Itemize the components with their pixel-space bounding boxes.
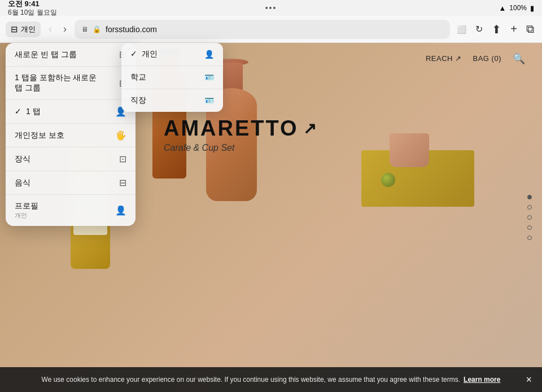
dot-1[interactable] [527,195,532,199]
decor-label: 장식 [15,154,30,164]
work-label: 직장 [130,95,146,106]
work-icon: 🪪 [204,96,214,105]
tab-menu-food[interactable]: 음식 ⊟ [6,171,136,195]
decor-icon: ⊡ [119,154,126,164]
profile-sub-label: 개인 [15,211,38,220]
submenu-school[interactable]: 학교 🪪 [121,66,223,89]
search-nav-icon[interactable]: 🔍 [513,53,525,65]
cup [390,133,429,167]
cookie-close-button[interactable]: × [526,374,532,386]
headline-subtitle: Carafe & Cup Set [164,143,318,153]
food-label: 음식 [15,178,30,188]
dots-nav [527,195,532,240]
tab-menu-decor[interactable]: 장식 ⊡ [6,147,136,171]
cup-body [390,133,429,167]
address-bar[interactable]: 🖥 🔒 forsstudio.com [75,20,450,39]
submenu-personal[interactable]: ✓ 개인 👤 [121,43,223,66]
tab-profile-label: 개인 [21,24,36,34]
cookie-text: We use cookies to enhance your experienc… [42,376,461,384]
status-bar: 오전 9:41 6월 10일 월요일 ••• ▲ 100% ▮ [0,0,542,16]
battery-icon: ▮ [530,4,534,12]
tabs-overview-button[interactable]: ⧉ [524,20,536,38]
status-dots: ••• [265,3,277,12]
dot-3[interactable] [527,215,532,220]
headline-arrow: ↗ [303,119,318,138]
cookie-banner: We use cookies to enhance your experienc… [0,367,542,392]
olive [381,173,395,187]
dot-2[interactable] [527,205,532,210]
profile-main-label: 프로필 [15,201,38,211]
school-icon: 🪪 [204,73,214,82]
back-button[interactable]: ‹ [45,21,55,37]
tab-menu-1-tab[interactable]: ✓ 1 탭 👤 [6,100,136,124]
bag-link[interactable]: BAG (0) [473,54,501,63]
new-empty-tab-label: 새로운 빈 탭 그룹 [15,50,77,60]
add-tab-button[interactable]: + [508,20,519,38]
tab-menu-new-empty[interactable]: 새로운 빈 탭 그룹 ⊞ [6,43,136,67]
tab-menu-new-with-tabs[interactable]: 1 탭을 포함하는 새로운탭 그룹 ⊟ [6,67,136,100]
new-with-tab-label: 1 탭을 포함하는 새로운탭 그룹 [15,73,97,93]
status-time: 오전 9:41 [8,0,57,8]
personal-icon: 👤 [204,50,214,59]
url-text: forsstudio.com [106,25,157,34]
reader-view-button[interactable]: ⬜ [454,23,469,36]
food-icon: ⊟ [119,177,126,188]
submenu-work[interactable]: 직장 🪪 [121,89,223,112]
browser-bar: ⊟ 개인 ‹ › 🖥 🔒 forsstudio.com ⬜ ↻ ⬆ + ⧉ [0,16,542,43]
status-date: 6월 10일 월요일 [8,8,57,16]
battery-percent: 100% [509,4,527,12]
tab-switcher-button[interactable]: ⊟ 개인 [6,21,41,37]
wifi-icon: ▲ [499,4,506,12]
status-left: 오전 9:41 6월 10일 월요일 [8,0,57,16]
profile-submenu: ✓ 개인 👤 학교 🪪 직장 🪪 [121,43,223,112]
monitor-icon: 🖥 [81,25,88,33]
tab-menu-privacy[interactable]: 개인정보 보호 🖐 [6,124,136,147]
dot-5[interactable] [527,236,532,240]
profile-section: 프로필 개인 [15,201,38,220]
tab-menu: 새로운 빈 탭 그룹 ⊞ 1 탭을 포함하는 새로운탭 그룹 ⊟ ✓ 1 탭 👤… [6,43,136,226]
reload-button[interactable]: ↻ [473,21,485,37]
learn-more-link[interactable]: Learn more [464,376,500,384]
lock-icon: 🔒 [93,25,101,33]
tab-grid-icon: ⊟ [11,24,18,34]
privacy-icon: 🖐 [115,130,126,141]
school-label: 학교 [130,72,146,82]
site-nav-right: REACH ↗ BAG (0) 🔍 [426,53,525,65]
headline-title: AMARETTO ↗ [164,116,318,141]
tab-menu-profile[interactable]: 프로필 개인 👤 [6,195,136,226]
share-button[interactable]: ⬆ [489,20,504,38]
headline: AMARETTO ↗ Carafe & Cup Set [164,116,318,153]
reach-link[interactable]: REACH ↗ [426,54,462,63]
forward-button[interactable]: › [60,21,70,37]
privacy-label: 개인정보 보호 [15,130,64,141]
profile-icon: 👤 [115,205,126,216]
dot-4[interactable] [527,225,532,230]
status-right: ▲ 100% ▮ [499,4,534,12]
